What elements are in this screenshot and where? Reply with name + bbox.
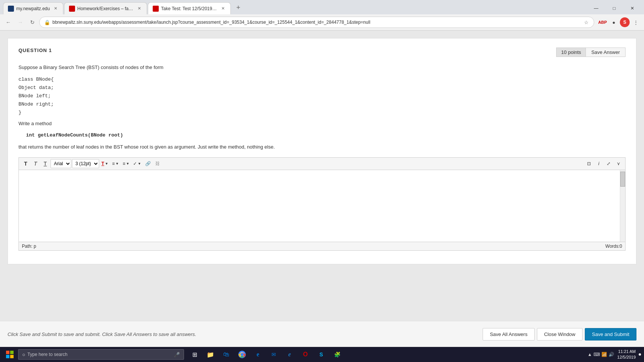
taskbar-app-skype[interactable]: S — [314, 347, 329, 362]
info-button[interactable]: i — [594, 159, 603, 168]
save-all-answers-button[interactable]: Save All Answers — [483, 328, 535, 341]
numbered-list-button[interactable]: ≡ ▼ — [121, 159, 131, 168]
taskbar-app-mail[interactable]: ✉ — [266, 347, 281, 362]
skype-icon: S — [317, 350, 325, 359]
tab-close-taketest[interactable]: ✕ — [220, 6, 226, 12]
editor-path: Path: p — [22, 244, 36, 249]
address-text: bbnewpaltz.sln.suny.edu/webapps/assessme… — [52, 20, 581, 25]
code-line-left: BNode left; — [18, 92, 626, 100]
tab-label-taketest: Take Test: Test 12/5/2019 – fall19… — [161, 6, 218, 11]
close-button[interactable]: ✕ — [624, 2, 641, 14]
address-bar-row: ← → ↻ 🔒 bbnewpaltz.sln.suny.edu/webapps/… — [0, 14, 644, 30]
font-size-select[interactable]: 3 (12pt) — [72, 159, 99, 168]
taskbar: ○ Type here to search 🎤 ⊞ 📁 🛍 — [0, 347, 644, 362]
method-signature: int getLeafNodeCounts(BNode root) — [18, 132, 626, 140]
taskbar-app-unknown[interactable]: 🧩 — [330, 347, 345, 362]
taskview-icon: ⊞ — [190, 350, 199, 359]
more-button[interactable]: ⋎ — [614, 159, 623, 168]
points-badge: 10 points — [556, 48, 586, 57]
chrome-icon — [238, 350, 246, 359]
tray-volume-icon[interactable]: 🔊 — [609, 352, 614, 357]
taskbar-app-chrome[interactable] — [235, 347, 250, 362]
minimize-button[interactable]: — — [587, 2, 605, 14]
taskbar-date: 12/5/2019 — [617, 354, 636, 360]
bookmark-icon[interactable]: ☆ — [583, 19, 589, 25]
refresh-button[interactable]: ↻ — [27, 17, 38, 28]
remove-link-button[interactable]: ⛓ — [153, 159, 162, 168]
font-family-select[interactable]: Arial — [51, 159, 71, 168]
forward-button[interactable]: → — [15, 17, 26, 28]
underline-button[interactable]: T — [41, 159, 50, 168]
editor-toolbar: T T T Arial 3 (12pt) T ▼ — [19, 158, 625, 170]
opera-icon: O — [301, 350, 310, 359]
tab-taketest[interactable]: Take Test: Test 12/5/2019 – fall19… ✕ — [148, 2, 231, 14]
microphone-icon[interactable]: 🎤 — [174, 352, 180, 357]
editor-body[interactable] — [19, 170, 625, 242]
windows-logo-icon — [6, 351, 14, 358]
save-and-submit-button[interactable]: Save and Submit — [585, 328, 636, 341]
taskbar-apps: ⊞ 📁 🛍 e — [187, 347, 345, 362]
question-title: QUESTION 1 — [18, 48, 52, 53]
tray-network-icon[interactable]: ▲ — [587, 352, 592, 357]
maximize-button[interactable]: □ — [606, 2, 623, 14]
preview-button[interactable]: ⊡ — [584, 159, 593, 168]
taskbar-app-explorer[interactable]: 📁 — [203, 347, 218, 362]
taskbar-app-store[interactable]: 🛍 — [219, 347, 234, 362]
new-tab-button[interactable]: + — [233, 2, 244, 13]
explorer-icon: 📁 — [206, 350, 215, 359]
taskbar-app-opera[interactable]: O — [298, 347, 313, 362]
svg-rect-3 — [10, 355, 14, 358]
expand-button[interactable]: ⤢ — [604, 159, 613, 168]
window-controls: — □ ✕ — [587, 2, 644, 14]
taskbar-tray: ▲ ⌨ 📶 🔊 — [587, 352, 614, 357]
tab-homework[interactable]: Homework/Exercises – fall19_CP… ✕ — [64, 2, 147, 14]
taskbar-app-edge[interactable]: e — [250, 347, 265, 362]
start-button[interactable] — [3, 348, 17, 361]
mail-icon: ✉ — [270, 350, 278, 359]
bold-button[interactable]: T — [21, 159, 30, 168]
question-intro: Suppose a Binary Search Tree (BST) consi… — [18, 64, 626, 72]
address-bar[interactable]: 🔒 bbnewpaltz.sln.suny.edu/webapps/assess… — [39, 17, 594, 28]
taskbar-app-taskview[interactable]: ⊞ — [187, 347, 202, 362]
editor-scrollbar[interactable] — [620, 170, 625, 242]
insert-link-button[interactable]: 🔗 — [143, 159, 152, 168]
ie-icon: e — [285, 350, 294, 359]
question-details: that returns the number of leaf nodes in… — [18, 143, 626, 151]
svg-point-6 — [241, 353, 244, 356]
code-line-data: Object data; — [18, 84, 626, 92]
close-window-button[interactable]: Close Window — [537, 328, 583, 341]
unknown-app-icon: 🧩 — [333, 350, 341, 359]
editor-scrollbar-thumb[interactable] — [620, 172, 625, 187]
bullet-list-button[interactable]: ≡ ▼ — [110, 159, 120, 168]
notification-dot[interactable] — [639, 353, 641, 356]
tab-favicon-homework — [69, 6, 75, 12]
tab-close-newpaltz[interactable]: ✕ — [52, 6, 58, 12]
content-card: QUESTION 1 10 points Save Answer Suppose… — [8, 38, 636, 264]
tab-label-homework: Homework/Exercises – fall19_CP… — [77, 6, 134, 11]
save-answer-button[interactable]: Save Answer — [586, 48, 626, 57]
code-line-class: class BNode{ — [18, 75, 626, 84]
tab-label-newpaltz: my.newpaltz.edu — [16, 6, 50, 11]
tray-wifi-icon[interactable]: 📶 — [601, 352, 607, 357]
back-button[interactable]: ← — [3, 17, 14, 28]
taskbar-search[interactable]: ○ Type here to search 🎤 — [18, 349, 184, 360]
tab-newpaltz[interactable]: my.newpaltz.edu ✕ — [3, 2, 63, 14]
italic-button[interactable]: T — [31, 159, 40, 168]
svg-rect-1 — [10, 351, 14, 354]
tab-close-homework[interactable]: ✕ — [136, 6, 142, 12]
editor-footer: Path: p Words:0 — [19, 242, 625, 250]
search-icon: ○ — [22, 352, 25, 357]
more-menu-icon[interactable]: ⋮ — [630, 17, 641, 28]
write-method-label: Write a method — [18, 120, 626, 128]
profile-avatar[interactable]: S — [620, 17, 630, 27]
highlight-button[interactable]: ✓ ▼ — [132, 159, 143, 168]
font-color-button[interactable]: T ▼ — [100, 159, 110, 168]
tray-keyboard-icon[interactable]: ⌨ — [593, 352, 600, 357]
taskbar-app-ie[interactable]: e — [282, 347, 297, 362]
tabs-list: my.newpaltz.edu ✕ Homework/Exercises – f… — [0, 0, 587, 14]
extensions-icon[interactable]: ABP — [597, 17, 608, 28]
chrome-menu-icon[interactable]: ● — [609, 17, 619, 28]
taskbar-clock: 11:21 AM 12/5/2019 — [617, 349, 636, 360]
svg-rect-0 — [6, 351, 9, 354]
editor-words: Words:0 — [606, 244, 622, 249]
